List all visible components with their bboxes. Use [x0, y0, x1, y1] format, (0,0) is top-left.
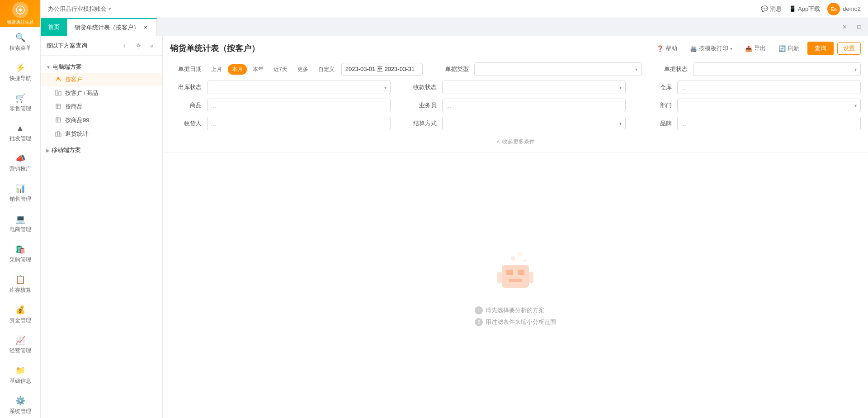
tree-item-by-customer-product-label: 按客户+商品: [65, 89, 98, 97]
preset-more[interactable]: 更多: [293, 64, 312, 75]
preset-7days[interactable]: 近7天: [269, 64, 292, 75]
svg-rect-8: [57, 131, 59, 136]
sidebar-item-inventory[interactable]: 📋 库存核算: [0, 269, 40, 299]
refund-icon: [55, 130, 61, 138]
sidebar-item-marketing[interactable]: 📣 营销推广: [0, 148, 40, 178]
tab-close-button[interactable]: ✕: [142, 24, 149, 31]
warehouse-label: 仓库: [640, 83, 672, 91]
customer-product-icon: [55, 90, 61, 97]
tree-item-refund-stat[interactable]: 退货统计: [41, 127, 162, 141]
sidebar-item-system[interactable]: ⚙️ 系统管理: [0, 390, 40, 418]
app-download-button[interactable]: 📱 App下载: [789, 5, 820, 13]
message-label: 消息: [770, 5, 782, 13]
tab-restore-button[interactable]: ⊡: [854, 22, 864, 33]
sidebar-item-retail[interactable]: 🛒 零售管理: [0, 88, 40, 118]
settings-button[interactable]: 设置: [837, 42, 861, 55]
print-button[interactable]: 🖨️ 按模板打印 ▾: [685, 43, 737, 54]
tree-item-by-customer-product[interactable]: 按客户+商品: [41, 86, 162, 100]
sidebar-item-quick-nav[interactable]: ⚡ 快捷导航: [0, 57, 40, 88]
collapse-bar[interactable]: ∧ 收起更多条件: [170, 135, 861, 148]
inventory-icon: 📋: [15, 275, 25, 285]
sidebar-item-finance[interactable]: 💰 资金管理: [0, 299, 40, 330]
collapse-panel-button[interactable]: «: [147, 41, 157, 51]
salesperson-select[interactable]: ...: [442, 99, 626, 112]
payment-status-label: 收款状态: [405, 83, 437, 91]
marketing-icon: 📣: [15, 153, 25, 163]
left-panel-title: 按以下方案查询: [46, 42, 87, 50]
receiver-value: ...: [211, 120, 216, 127]
settlement-select[interactable]: ▾: [442, 117, 626, 130]
sidebar-item-ecommerce[interactable]: 💻 电商管理: [0, 209, 40, 239]
chevron-down-icon-2: ▾: [854, 67, 857, 72]
warehouse-select[interactable]: ...: [677, 81, 861, 94]
sidebar-item-label: 批发管理: [9, 135, 31, 142]
department-select[interactable]: ▾: [677, 99, 861, 112]
breadcrumb-text: 办公用品行业模拟账套: [48, 5, 107, 13]
preset-custom[interactable]: 自定义: [314, 64, 339, 75]
tree-item-by-customer-label: 按客户: [65, 76, 83, 84]
sidebar-logo[interactable]: 畅捷通好生意: [0, 0, 40, 27]
svg-point-1: [137, 45, 140, 47]
tree-group-mobile-label[interactable]: ▶ 移动端方案: [41, 144, 162, 156]
out-status-select[interactable]: ▾: [207, 81, 391, 94]
chevron-down-icon-6: ▾: [619, 121, 622, 126]
svg-rect-6: [56, 118, 61, 122]
empty-hints: 1 请先选择要分析的方案 2 用过滤条件来缩小分析范围: [475, 306, 556, 326]
doc-type-select[interactable]: ▾: [474, 62, 642, 76]
preset-this-month[interactable]: 本月: [228, 64, 247, 75]
message-icon: 💬: [761, 5, 768, 12]
add-scheme-button[interactable]: +: [120, 41, 130, 51]
refresh-button[interactable]: 🔄 刷新: [774, 43, 804, 54]
chevron-down-icon: ▾: [635, 67, 637, 72]
export-button[interactable]: 📤 导出: [741, 43, 770, 54]
date-filter-control: 上月 本月 本年 近7天 更多 自定义 2023-03-01 至 2023-03…: [207, 63, 423, 76]
brand-select[interactable]: ...: [677, 117, 861, 130]
svg-rect-3: [56, 90, 58, 95]
quick-nav-icon: ⚡: [15, 63, 25, 73]
breadcrumb-dropdown[interactable]: 办公用品行业模拟账套 ▾: [48, 5, 111, 13]
export-icon: 📤: [745, 45, 752, 52]
receiver-select[interactable]: ...: [207, 117, 391, 130]
date-range-picker[interactable]: 2023-03-01 至 2023-03-31: [341, 63, 423, 76]
tab-close-all-button[interactable]: ✕: [839, 22, 850, 33]
tree-item-by-customer[interactable]: 按客户: [41, 73, 162, 86]
doc-status-select[interactable]: ▾: [693, 62, 861, 76]
payment-status-select[interactable]: ▾: [442, 81, 626, 94]
left-panel-actions: + «: [120, 41, 157, 51]
empty-state: 1 请先选择要分析的方案 2 用过滤条件来缩小分析范围: [163, 152, 868, 418]
sidebar-item-wholesale[interactable]: ▲ 批发管理: [0, 118, 40, 148]
svg-rect-11: [506, 270, 513, 275]
tree-item-by-product[interactable]: 按商品: [41, 100, 162, 114]
product-select[interactable]: ...: [207, 99, 391, 112]
empty-hint-1: 1 请先选择要分析的方案: [475, 306, 556, 314]
message-button[interactable]: 💬 消息: [761, 5, 782, 13]
scheme-settings-button[interactable]: [133, 41, 143, 51]
help-button[interactable]: ❓ 帮助: [652, 43, 682, 54]
tree-group-desktop-label[interactable]: ▼ 电脑端方案: [41, 61, 162, 73]
left-panel: 按以下方案查询 + « ▼ 电脑端方案: [41, 36, 163, 418]
sidebar-item-base[interactable]: 📁 基础信息: [0, 360, 40, 390]
user-menu[interactable]: Ea demo2: [827, 3, 861, 15]
finance-icon: 💰: [15, 305, 25, 315]
tree-item-by-product-99[interactable]: 按商品99: [41, 114, 162, 127]
tree-group-desktop: ▼ 电脑端方案 按客户 按客户+商品: [41, 59, 162, 142]
sidebar-item-purchase[interactable]: 🛍️ 采购管理: [0, 239, 40, 269]
preset-last-month[interactable]: 上月: [207, 64, 226, 75]
tab-sales-stat[interactable]: 销货单统计表（按客户） ✕: [67, 18, 157, 36]
sidebar-item-operations[interactable]: 📈 经营管理: [0, 330, 40, 360]
query-button[interactable]: 查询: [807, 42, 834, 55]
sidebar-item-search[interactable]: 🔍 搜索菜单: [0, 27, 40, 57]
sidebar-item-sales[interactable]: 📊 销售管理: [0, 178, 40, 209]
tab-home[interactable]: 首页: [41, 18, 67, 36]
settlement-label: 结算方式: [405, 119, 437, 128]
page-header: 销货单统计表（按客户） ❓ 帮助 🖨️ 按模板打印 ▾ 📤 导出: [163, 36, 868, 59]
sidebar-item-label: 零售管理: [9, 105, 31, 113]
preset-this-year[interactable]: 本年: [249, 64, 268, 75]
tree-item-by-product-label: 按商品: [65, 103, 83, 111]
product-99-icon: [55, 117, 61, 124]
date-label: 单据日期: [170, 65, 202, 73]
chevron-down-icon-4: ▾: [619, 85, 622, 90]
salesperson-label: 业务员: [405, 101, 437, 109]
svg-point-17: [518, 252, 522, 256]
empty-hint-2: 2 用过滤条件来缩小分析范围: [475, 318, 556, 326]
